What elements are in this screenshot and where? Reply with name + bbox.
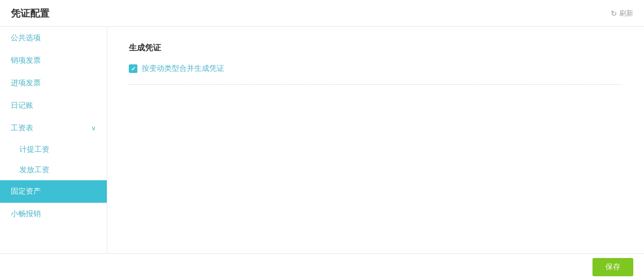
content-area: 生成凭证 按变动类型合并生成凭证 (107, 27, 644, 253)
sidebar-item-label: 小畅报销 (11, 209, 41, 219)
sidebar-item-expense[interactable]: 小畅报销 (0, 203, 107, 225)
sidebar-item-label: 计提工资 (19, 145, 49, 153)
sidebar-item-label: 公共选项 (11, 33, 41, 43)
sidebar-item-label: 固定资产 (11, 187, 41, 196)
page-header: 凭证配置 ↻ 刷新 (0, 0, 644, 27)
sidebar-item-fixed-assets[interactable]: 固定资产 (0, 180, 107, 203)
sidebar-item-salary-table[interactable]: 工资表 ∨ (0, 117, 107, 139)
refresh-icon: ↻ (611, 9, 617, 18)
sidebar-item-label: 进项发票 (11, 78, 41, 88)
sidebar-item-label: 日记账 (11, 101, 33, 110)
merge-by-type-label[interactable]: 按变动类型合并生成凭证 (142, 64, 224, 73)
section-divider (129, 84, 623, 85)
page-title: 凭证配置 (11, 7, 49, 20)
main-container: 公共选项 销项发票 进项发票 日记账 工资表 ∨ 计提工资 发放工资 固定资产 … (0, 27, 644, 253)
sidebar-item-calc-salary[interactable]: 计提工资 (0, 139, 107, 160)
checkbox-row: 按变动类型合并生成凭证 (129, 64, 623, 73)
sidebar-item-journal[interactable]: 日记账 (0, 94, 107, 117)
save-button[interactable]: 保存 (592, 258, 633, 276)
sidebar-item-label: 销项发票 (11, 56, 41, 65)
sidebar-item-label: 发放工资 (19, 165, 49, 174)
footer-bar: 保存 (0, 253, 644, 280)
sidebar-item-sales-invoice[interactable]: 销项发票 (0, 49, 107, 72)
sidebar: 公共选项 销项发票 进项发票 日记账 工资表 ∨ 计提工资 发放工资 固定资产 … (0, 27, 107, 253)
sidebar-item-public[interactable]: 公共选项 (0, 27, 107, 49)
refresh-button[interactable]: ↻ 刷新 (611, 9, 633, 18)
merge-by-type-checkbox[interactable] (129, 64, 137, 73)
refresh-label: 刷新 (619, 9, 633, 18)
sidebar-item-label: 工资表 (11, 123, 33, 133)
chevron-down-icon: ∨ (91, 124, 96, 132)
section-title: 生成凭证 (129, 43, 623, 53)
sidebar-item-purchase-invoice[interactable]: 进项发票 (0, 72, 107, 94)
sidebar-item-pay-salary[interactable]: 发放工资 (0, 160, 107, 180)
